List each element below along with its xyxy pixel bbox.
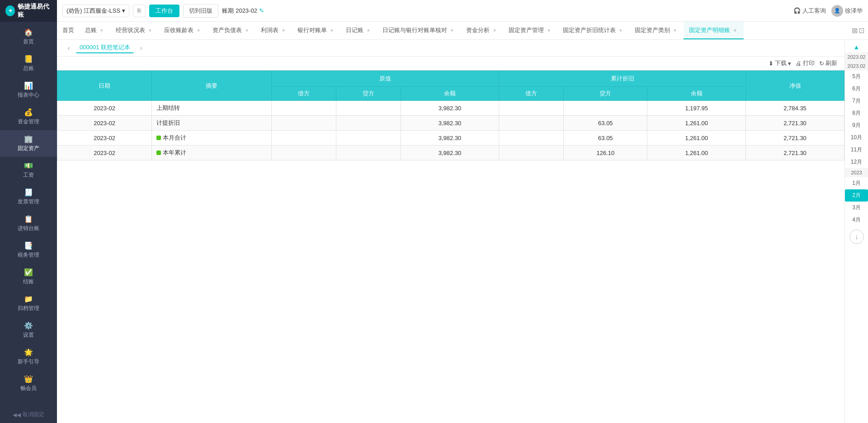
cell-accum-balance: 1,261.00 (647, 131, 746, 146)
tab-fund-analysis-label: 资金分析 (466, 26, 490, 34)
sidebar-item-salary[interactable]: 💵 工资 (0, 157, 57, 183)
cell-date: 2023-02 (57, 101, 152, 116)
tab-fa-mgmt[interactable]: 固定资产管理 × (503, 22, 557, 39)
customer-service-button[interactable]: 🎧 人工客询 (793, 7, 826, 15)
tab-fa-depr-stat-label: 固定资产折旧统计表 (563, 26, 616, 34)
tab-balance-close[interactable]: × (244, 27, 250, 33)
sidebar-item-label: 归档管理 (18, 305, 39, 312)
sidebar-item-fund[interactable]: 💰 资金管理 (0, 103, 57, 130)
date-month-9[interactable]: 9月 (845, 119, 868, 132)
tab-bank-stmt-close[interactable]: × (329, 27, 335, 33)
sidebar-item-fixed-assets[interactable]: 🏢 固定资产 (0, 130, 57, 157)
sidebar-item-label: 设置 (23, 331, 34, 339)
date-month-8[interactable]: 8月 (845, 107, 868, 119)
switch-version-button[interactable]: 切到旧版 (183, 4, 218, 18)
tab-bank-check[interactable]: 日记账与银行对账单核对 × (377, 22, 461, 39)
tab-business-close[interactable]: × (147, 27, 153, 33)
tab-fund-analysis[interactable]: 资金分析 × (461, 22, 503, 39)
sidebar-item-label: 发票管理 (18, 198, 39, 206)
sidebar-item-home[interactable]: 🏠 首页 (0, 24, 57, 50)
date-month-12[interactable]: 12月 (845, 156, 868, 168)
sidebar-item-archive[interactable]: 📁 归档管理 (0, 290, 57, 317)
tab-fa-type-close[interactable]: × (672, 27, 678, 33)
sidebar-item-reports[interactable]: 📊 报表中心 (0, 77, 57, 103)
sub-nav-prev[interactable]: ‹ (64, 43, 73, 52)
tab-home[interactable]: 首页 (57, 22, 80, 39)
user-menu[interactable]: 👤 徐泽华 (831, 5, 863, 17)
date-panel: ▲ 2023.02 2023.02 5月 6月 7月 8月 9月 10月 11月… (844, 40, 868, 423)
tab-ledger-close[interactable]: × (99, 27, 105, 33)
sidebar-pin-button[interactable]: ◀◀ 取消固定 (0, 406, 57, 423)
tab-receivable-close[interactable]: × (195, 27, 202, 33)
date-scroll-down[interactable]: ↓ (849, 230, 864, 244)
sidebar-item-label: 进销台账 (18, 225, 39, 232)
cell-orig-balance: 3,982.30 (401, 131, 499, 146)
table-wrap: 日期 摘要 原值 累计折旧 净值 借方 贷方 余额 借方 贷方 余额 (57, 70, 844, 423)
download-label: 下载 (775, 59, 787, 67)
date-month-7[interactable]: 7月 (845, 95, 868, 107)
tab-journal[interactable]: 日记账 × (340, 22, 377, 39)
sidebar-item-invoice[interactable]: 🧾 发票管理 (0, 183, 57, 210)
close-all-tabs-icon[interactable]: ⊠ (852, 26, 858, 35)
sidebar-nav: 🏠 首页 📒 总账 📊 报表中心 💰 资金管理 🏢 固定资产 💵 工资 🧾 发票… (0, 22, 57, 406)
date-month-2[interactable]: 2月 (845, 189, 868, 202)
date-month-1[interactable]: 1月 (845, 177, 868, 189)
date-month-4[interactable]: 4月 (845, 214, 868, 226)
cell-date: 2023-02 (57, 131, 152, 146)
workbench-button[interactable]: 工作台 (149, 5, 179, 17)
sidebar-item-tax[interactable]: 📑 税务管理 (0, 237, 57, 263)
sidebar-item-guide[interactable]: 🌟 新手引导 (0, 343, 57, 370)
sub-tab-asset-001[interactable]: 000001 联想笔记本 (76, 42, 134, 53)
sidebar-item-ledger[interactable]: 📒 总账 (0, 50, 57, 77)
sidebar-item-close[interactable]: ✅ 结账 (0, 263, 57, 290)
tab-fa-mgmt-close[interactable]: × (546, 27, 552, 33)
sidebar-item-settings[interactable]: ⚙️ 设置 (0, 317, 57, 343)
home-icon: 🏠 (24, 28, 33, 37)
restore-tab-icon[interactable]: ⊡ (859, 26, 864, 35)
cell-accum-credit: 63.05 (564, 131, 647, 146)
download-button[interactable]: ⬇ 下载 ▾ (769, 59, 791, 67)
sidebar-item-sales[interactable]: 📋 进销台账 (0, 210, 57, 237)
tab-receivable[interactable]: 应收账龄表 × (159, 22, 207, 39)
tab-fa-depr-stat-close[interactable]: × (618, 27, 624, 33)
cell-accum-balance: 1,261.00 (647, 146, 746, 160)
tab-bank-stmt[interactable]: 银行对账单 × (292, 22, 340, 39)
tab-ledger[interactable]: 总账 × (80, 22, 110, 39)
tab-journal-close[interactable]: × (365, 27, 372, 33)
date-month-5[interactable]: 5月 (845, 70, 868, 83)
tab-fa-type[interactable]: 固定资产类别 × (629, 22, 684, 39)
tab-bank-check-close[interactable]: × (449, 27, 455, 33)
print-button[interactable]: 🖨 打印 (796, 59, 815, 67)
sidebar: ✦ 畅捷通易代账 🏠 首页 📒 总账 📊 报表中心 💰 资金管理 🏢 固定资产 … (0, 0, 57, 423)
cell-orig-credit (336, 101, 401, 116)
refresh-button[interactable]: ↻ 刷新 (819, 59, 837, 67)
fixed-assets-icon: 🏢 (24, 135, 33, 143)
tab-business[interactable]: 经营状况表 × (110, 22, 159, 39)
date-month-10[interactable]: 10月 (845, 132, 868, 144)
tab-fund-analysis-close[interactable]: × (491, 27, 498, 33)
tabbar-actions: ⊠ ⊡ (848, 22, 868, 39)
archive-icon: 📁 (24, 295, 33, 303)
tab-bank-stmt-label: 银行对账单 (297, 26, 327, 34)
tab-profit-label: 利润表 (261, 26, 278, 34)
date-scroll-up[interactable]: ▲ (845, 42, 868, 52)
sidebar-item-member[interactable]: 👑 畅会员 (0, 370, 57, 397)
company-selector[interactable]: (劝告) 江西服金-LSS ▾ (62, 5, 129, 17)
copy-button[interactable]: ⎘ (133, 5, 146, 17)
date-month-11[interactable]: 11月 (845, 144, 868, 156)
cell-net-value: 2,784.35 (746, 101, 844, 116)
th-net-value: 净值 (746, 71, 844, 101)
cell-accum-credit (564, 101, 647, 116)
sub-nav-next[interactable]: › (137, 43, 146, 52)
date-month-6[interactable]: 6月 (845, 83, 868, 95)
table-row: 2023-02 本年累计 3,982.30 126.10 1,261.00 2,… (57, 146, 844, 160)
tab-profit[interactable]: 利润表 × (255, 22, 292, 39)
tab-fa-detail-close[interactable]: × (732, 27, 738, 33)
tab-fa-detail[interactable]: 固定资产明细账 × (684, 22, 744, 39)
reports-icon: 📊 (24, 81, 33, 90)
tab-fa-depr-stat[interactable]: 固定资产折旧统计表 × (557, 22, 629, 39)
table-row: 2023-02 上期结转 3,982.30 1,197.95 2,784.35 (57, 101, 844, 116)
tab-profit-close[interactable]: × (280, 27, 287, 33)
date-month-3[interactable]: 3月 (845, 202, 868, 214)
tab-balance[interactable]: 资产负债表 × (207, 22, 255, 39)
